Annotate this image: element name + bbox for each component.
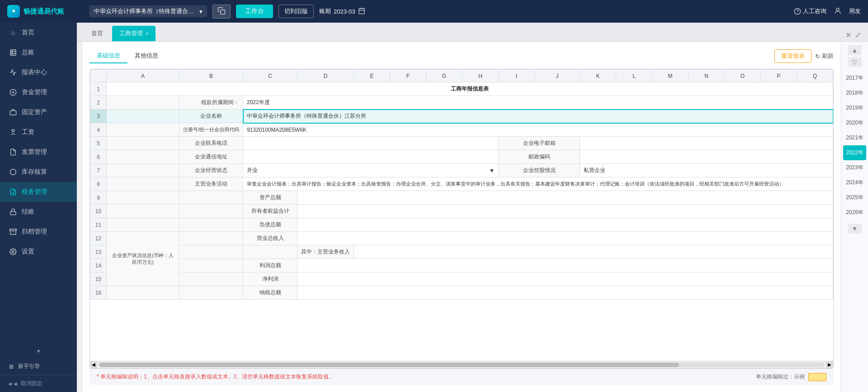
status-hint: * 单元格编辑说明：1、点击单元格直接录入数值或文本。2、清空单元格数值或文本恢… xyxy=(97,373,334,381)
workbench-button[interactable]: 工作台 xyxy=(236,5,273,18)
col-E[interactable]: E xyxy=(354,70,390,82)
year-2019[interactable]: 2019年 xyxy=(841,100,868,115)
table-row: 9 资产总额 xyxy=(90,191,833,205)
col-C[interactable]: C xyxy=(243,70,297,82)
svg-rect-19 xyxy=(10,211,16,215)
sidebar-item-settings[interactable]: 设置 xyxy=(0,242,77,262)
home-icon: ⌂ xyxy=(9,29,17,37)
sidebar-item-label: 资金管理 xyxy=(22,88,47,96)
refresh-button[interactable]: ↻ 刷新 xyxy=(815,52,834,60)
year-2021[interactable]: 2021年 xyxy=(841,130,868,145)
sidebar-item-invoices[interactable]: 发票管理 xyxy=(0,142,77,162)
col-Q[interactable]: Q xyxy=(797,70,833,82)
sub-tab-basic[interactable]: 基础信息 xyxy=(90,49,127,63)
sidebar-item-ledger[interactable]: 总账 xyxy=(0,43,77,62)
year-2025[interactable]: 2025年 xyxy=(841,190,868,205)
col-K[interactable]: K xyxy=(580,70,616,82)
sidebar: ⌂ 首页 总账 报表中心 资金管理 xyxy=(0,23,77,392)
user-avatar xyxy=(834,7,842,16)
col-D[interactable]: D xyxy=(297,70,354,82)
reports-icon xyxy=(9,68,17,76)
col-N[interactable]: N xyxy=(689,70,725,82)
business-status-dropdown[interactable]: 开业▼ xyxy=(247,167,495,174)
svg-rect-15 xyxy=(10,111,16,115)
copy-button[interactable] xyxy=(212,5,231,19)
user-name: 用友 xyxy=(849,7,861,15)
sub-tabs: 基础信息 其他信息 xyxy=(90,49,165,63)
svg-rect-20 xyxy=(10,229,17,230)
sidebar-item-home[interactable]: ⌂ 首页 xyxy=(0,23,77,43)
col-O[interactable]: O xyxy=(725,70,761,82)
table-row: 5 企业联系电话 企业电子邮箱 xyxy=(90,137,833,150)
calendar-icon[interactable] xyxy=(358,7,365,16)
year-expand-arrow[interactable]: ▽ xyxy=(848,57,862,67)
sidebar-item-inventory[interactable]: 库存核算 xyxy=(0,162,77,182)
table-row: 15 净利润 xyxy=(90,272,833,286)
sidebar-item-reports[interactable]: 报表中心 xyxy=(0,62,77,82)
spreadsheet-scroll[interactable]: A B C D E F G H I J xyxy=(90,69,833,361)
sidebar-item-tax[interactable]: 税务管理 xyxy=(0,182,77,202)
window-close-button[interactable]: ✕ xyxy=(845,31,851,39)
tax-icon xyxy=(9,188,17,196)
col-B[interactable]: B xyxy=(179,70,243,82)
old-version-button[interactable]: 切到旧版 xyxy=(278,5,314,18)
year-2022[interactable]: 2022年 xyxy=(843,145,866,160)
table-row: 12 企业资产状况信息(币种：人民币万元) 营业总收入 xyxy=(90,232,833,245)
col-G[interactable]: G xyxy=(426,70,462,82)
col-F[interactable]: F xyxy=(390,70,426,82)
year-2023[interactable]: 2023年 xyxy=(841,160,868,175)
col-L[interactable]: L xyxy=(616,70,652,82)
svg-point-7 xyxy=(836,8,839,11)
sidebar-item-close[interactable]: 结账 xyxy=(0,202,77,222)
sidebar-item-archive[interactable]: 归档管理 xyxy=(0,222,77,242)
sidebar-item-wages[interactable]: 工资 xyxy=(0,122,77,142)
svg-rect-1 xyxy=(359,8,364,14)
close-accounts-icon xyxy=(9,208,17,216)
year-down-arrow[interactable]: ▼ xyxy=(848,224,862,234)
sub-tab-other[interactable]: 其他信息 xyxy=(127,49,165,63)
tab-industry[interactable]: 工商管理 × xyxy=(112,26,156,41)
year-up-arrow[interactable]: ▲ xyxy=(848,45,862,55)
horizontal-scrollbar[interactable]: ◄ ► xyxy=(90,361,833,368)
sidebar-scroll-down[interactable]: ▾ xyxy=(0,344,77,358)
scroll-left-btn[interactable]: ◄ xyxy=(90,361,97,368)
topbar-right: 人工咨询 用友 xyxy=(794,7,861,16)
sidebar-item-assets[interactable]: 固定资产 xyxy=(0,102,77,122)
table-row: 11 负债总额 xyxy=(90,218,833,232)
company-selector[interactable]: 中审众环会计师事务所（特殊普通合伙… ▾ xyxy=(90,5,207,17)
sidebar-item-label: 报表中心 xyxy=(22,68,47,76)
unpin-button[interactable]: ◄◄ 取消固定 xyxy=(0,375,77,392)
sidebar-item-funds[interactable]: 资金管理 xyxy=(0,82,77,102)
table-row: 7 企业经营状态 开业▼ 企业控股情况 私营企业 xyxy=(90,164,833,177)
col-M[interactable]: M xyxy=(652,70,689,82)
col-H[interactable]: H xyxy=(462,70,499,82)
year-2020[interactable]: 2020年 xyxy=(841,115,868,130)
window-expand-button[interactable]: ⤢ xyxy=(855,31,861,39)
svg-point-16 xyxy=(12,129,14,132)
table-row: 6 企业通信地址 邮政编码 xyxy=(90,150,833,164)
sidebar-item-label: 固定资产 xyxy=(22,108,47,116)
service-button[interactable]: 人工咨询 xyxy=(794,7,826,15)
year-panel: ▲ ▽ 2017年 2018年 2019年 2020年 2021年 2022年 … xyxy=(841,42,868,392)
title-cell[interactable]: 工商年报信息表 xyxy=(107,82,833,96)
scroll-right-btn[interactable]: ► xyxy=(826,361,833,368)
tab-home[interactable]: 首页 xyxy=(84,26,110,41)
new-guide-item[interactable]: ⊞ 新手引导 xyxy=(0,358,77,375)
col-J[interactable]: J xyxy=(535,70,580,82)
year-2018[interactable]: 2018年 xyxy=(841,86,868,100)
scroll-track[interactable] xyxy=(99,363,824,367)
tab-close-icon[interactable]: × xyxy=(146,31,148,36)
col-A[interactable]: A xyxy=(107,70,179,82)
year-2024[interactable]: 2024年 xyxy=(841,175,868,190)
table-row: 10 所有者权益合计 xyxy=(90,205,833,218)
year-2017[interactable]: 2017年 xyxy=(841,71,868,86)
col-P[interactable]: P xyxy=(761,70,797,82)
ledger-icon xyxy=(9,48,17,57)
col-I[interactable]: I xyxy=(499,70,535,82)
status-bar: * 单元格编辑说明：1、点击单元格直接录入数值或文本。2、清空单元格数值或文本恢… xyxy=(90,368,834,385)
reset-report-button[interactable]: 重置报表 xyxy=(774,49,811,63)
sidebar-item-label: 税务管理 xyxy=(22,188,47,196)
page-content: 基础信息 其他信息 重置报表 ↻ 刷新 xyxy=(77,42,868,392)
scroll-thumb[interactable] xyxy=(99,363,679,367)
year-2026[interactable]: 2026年 xyxy=(841,205,868,220)
